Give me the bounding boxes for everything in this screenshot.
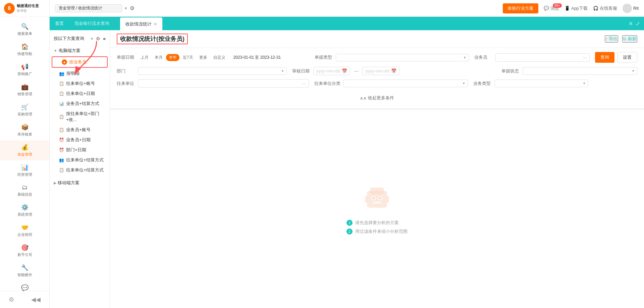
calendar-start-icon[interactable]: 📅 bbox=[342, 68, 347, 73]
online-service-btn[interactable]: 🎧 在线客服 bbox=[593, 5, 617, 11]
user-avatar-btn[interactable]: Rit bbox=[623, 4, 639, 13]
date-tab-7days[interactable]: 近7天 bbox=[180, 54, 196, 61]
voucher-type-select[interactable]: ▾ bbox=[336, 54, 469, 61]
date-tab-custom[interactable]: 自定义 bbox=[211, 54, 228, 61]
tree-desktop-parent[interactable]: ▼ 电脑端方案 bbox=[50, 46, 110, 56]
tree-item-partner-dept-receipt[interactable]: 📋 按往来单位+部门+收... bbox=[50, 109, 110, 125]
detail-icon: 👥 bbox=[59, 71, 64, 76]
step-2-text: 用过滤条件来缩小分析范围 bbox=[355, 228, 408, 235]
partner-input[interactable] bbox=[141, 81, 302, 86]
scheme-settings-btn[interactable]: ⚙ bbox=[96, 36, 100, 41]
sidebar-item-hardware[interactable]: 🔧智能硬件 bbox=[0, 261, 49, 281]
sidebar-item-wechat[interactable]: 💬企业微信 bbox=[0, 281, 49, 291]
date-tab-this-year[interactable]: 本年 bbox=[166, 54, 179, 61]
tree-item-partner-settlement1[interactable]: 👥 往来单位+结算方式 bbox=[50, 155, 110, 165]
calendar-end-icon[interactable]: 📅 bbox=[391, 68, 396, 73]
salesperson-more-btn[interactable]: ··· bbox=[583, 55, 587, 60]
sidebar-item-purchase[interactable]: 🛒采购管理 bbox=[0, 100, 49, 120]
tree-item-dept-date[interactable]: ⏰ 部门+日期 bbox=[50, 145, 110, 155]
partner-more-btn[interactable]: ··· bbox=[302, 81, 306, 86]
logo-text-group: 畅捷通好生意 标准版 bbox=[17, 3, 39, 13]
business-type-select[interactable]: ▾ bbox=[494, 80, 589, 87]
date-tab-more[interactable]: 更多 bbox=[197, 54, 210, 61]
sidebar-item-finance[interactable]: 💰资金管理 bbox=[0, 140, 49, 160]
tree-item-by-detail[interactable]: 👥 按明细 bbox=[50, 68, 110, 79]
bank-flow-tab-close[interactable]: ✕ bbox=[111, 21, 115, 26]
query-btn[interactable]: 查询 bbox=[595, 52, 614, 63]
dropdown-arrow-icon[interactable]: ▾ bbox=[125, 6, 127, 11]
tab-receipt-stats[interactable]: 收款情况统计 ✕ bbox=[120, 17, 162, 31]
receipt-stats-tab-close[interactable]: ✕ bbox=[154, 22, 157, 27]
refresh-btn[interactable]: ↻ 刷新 bbox=[622, 35, 637, 43]
sidebar-item-basic[interactable]: 🗂基础信息 bbox=[0, 181, 49, 200]
search-area: 单据日期 上月 本月 本年 近7天 更多 自定义 2023-01-01 至 20… bbox=[110, 48, 644, 109]
tree-item-by-salesperson-label: 按业务员 bbox=[69, 59, 87, 65]
voucher-status-select[interactable]: ▾ bbox=[523, 67, 637, 75]
sidebar-item-system[interactable]: ⚙️系统管理 bbox=[0, 200, 49, 220]
operation-label: 经营管理 bbox=[17, 172, 32, 177]
tab-window-btns: ✕ ⤢ bbox=[629, 20, 644, 27]
tree-item-salesperson-account[interactable]: 📋 业务员+账号 bbox=[50, 125, 110, 135]
date-tab-this-month[interactable]: 本月 bbox=[152, 54, 165, 61]
export-btn[interactable]: ↑ 导出 bbox=[605, 35, 619, 43]
marketing-label: 营销推广 bbox=[17, 71, 32, 76]
salesperson-input[interactable] bbox=[498, 55, 582, 60]
business-type-label: 业务类型 bbox=[473, 81, 492, 87]
tree-item-salesperson-settlement[interactable]: 📊 业务员+结算方式 bbox=[50, 99, 110, 109]
settings-bottom-icon[interactable]: ⚙ bbox=[7, 294, 16, 305]
trial-btn[interactable]: 体验行业方案 bbox=[503, 3, 538, 13]
partner-category-select[interactable]: ▾ bbox=[343, 80, 468, 87]
hardware-label: 智能硬件 bbox=[17, 272, 32, 277]
sidebar-item-sales[interactable]: 💼销售管理 bbox=[0, 80, 49, 100]
sidebar-item-marketing[interactable]: 📢营销推广 bbox=[0, 60, 49, 80]
guide-icon: 🎯 bbox=[21, 244, 29, 251]
left-panel-title: 按以下方案查询 bbox=[54, 36, 84, 42]
tree-item-by-salesperson[interactable]: ● 按业务员 bbox=[52, 57, 107, 67]
sidebar-item-search[interactable]: 🔍搜索菜单 bbox=[0, 19, 49, 40]
review-date-end[interactable]: yyyy-mm-dd 📅 bbox=[363, 67, 399, 75]
tree-mobile-parent[interactable]: ▶ 移动端方案 bbox=[50, 178, 110, 188]
sidebar-item-operation[interactable]: 📊经营管理 bbox=[0, 160, 49, 181]
system-icon: ⚙️ bbox=[21, 204, 29, 211]
sidebar-item-quick-nav[interactable]: 🏠快捷导航 bbox=[0, 40, 49, 60]
tree-item-partner-settlement2[interactable]: 📋 往来单位+结算方式 bbox=[50, 165, 110, 175]
highlight-box: ● 按业务员 bbox=[52, 56, 108, 68]
tree-item-partner-account[interactable]: 📋 往来单位+账号 bbox=[50, 79, 110, 89]
home-tab-label: 首页 bbox=[55, 20, 64, 27]
settings-header-icon[interactable]: ⚙ bbox=[130, 5, 135, 11]
voucher-status-label: 单据状态 bbox=[501, 68, 520, 74]
tree-item-salesperson-date[interactable]: ⏰ 业务员+日期 bbox=[50, 135, 110, 145]
message-btn[interactable]: 💬 消息 99+ bbox=[544, 5, 559, 11]
app-download-btn[interactable]: 📱 App下载 bbox=[565, 5, 588, 11]
maximize-window-btn[interactable]: ⤢ bbox=[636, 20, 640, 27]
department-select[interactable]: ▾ bbox=[138, 67, 287, 75]
voucher-type-label: 单据类型 bbox=[315, 54, 333, 60]
tree-item-partner-settlement1-label: 往来单位+结算方式 bbox=[66, 157, 104, 163]
tree-item-partner-date[interactable]: 📋 往来单位+日期 bbox=[50, 89, 110, 99]
export-icon: ↑ bbox=[605, 37, 608, 42]
collapse-sidebar-icon[interactable]: ◀◀ bbox=[29, 294, 43, 305]
enterprise-label: 企业协同 bbox=[17, 232, 32, 237]
page-title-actions: ↑ 导出 ↻ 刷新 bbox=[605, 35, 638, 43]
tab-bank-flow[interactable]: 现金银行流水查询 ✕ bbox=[69, 17, 120, 30]
bank-flow-tab-label: 现金银行流水查询 bbox=[74, 20, 109, 27]
guide-label: 新手引导 bbox=[17, 252, 32, 257]
close-window-btn[interactable]: ✕ bbox=[629, 20, 633, 27]
date-tab-last-month[interactable]: 上月 bbox=[138, 54, 151, 61]
header-icon-group: 💬 消息 99+ 📱 App下载 🎧 在线客服 Rit bbox=[544, 4, 639, 13]
sidebar-item-enterprise[interactable]: 🤝企业协同 bbox=[0, 220, 49, 241]
salesperson-date-icon: ⏰ bbox=[59, 138, 64, 142]
collapse-panel-btn[interactable]: « bbox=[103, 36, 106, 41]
dept-date-icon: ⏰ bbox=[59, 148, 64, 152]
settings-btn[interactable]: 设置 bbox=[617, 52, 637, 63]
review-date-start[interactable]: yyyy-mm-dd 📅 bbox=[313, 67, 350, 75]
left-panel-header: 按以下方案查询 + ⚙ « bbox=[50, 33, 110, 44]
finance-icon: 💰 bbox=[21, 144, 29, 151]
add-scheme-btn[interactable]: + bbox=[91, 36, 93, 41]
voucher-status-field: 单据状态 ▾ bbox=[501, 67, 637, 75]
breadcrumb-input[interactable] bbox=[55, 4, 122, 12]
collapse-bar[interactable]: ∧∧ 收起更多条件 bbox=[117, 92, 637, 104]
sidebar-item-inventory[interactable]: 📦库存核算 bbox=[0, 120, 49, 140]
tab-home[interactable]: 首页 bbox=[50, 17, 69, 30]
sidebar-item-guide[interactable]: 🎯新手引导 bbox=[0, 241, 49, 261]
